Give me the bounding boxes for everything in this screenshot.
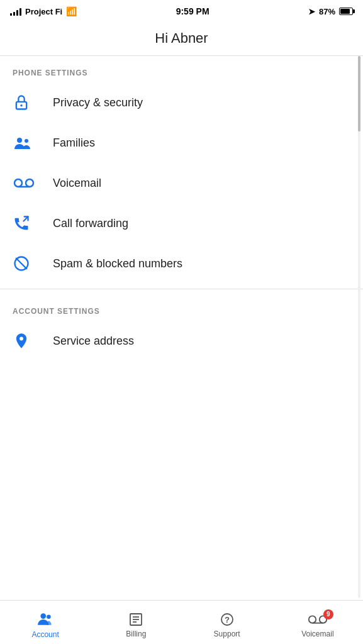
svg-point-11 <box>41 613 47 619</box>
menu-item-families[interactable]: Families <box>0 123 363 163</box>
call-forwarding-label: Call forwarding <box>53 217 128 230</box>
nav-account-label: Account <box>31 630 59 639</box>
menu-item-spam[interactable]: Spam & blocked numbers <box>0 243 363 284</box>
nav-voicemail[interactable]: 9 Voicemail <box>272 601 363 644</box>
nav-voicemail-label: Voicemail <box>301 630 333 638</box>
service-address-label: Service address <box>53 335 134 348</box>
status-left: Project Fi 📶 <box>10 6 77 16</box>
voicemail-icon <box>13 175 43 191</box>
nav-support-label: Support <box>214 630 240 638</box>
page-title: Hi Abner <box>0 30 363 47</box>
svg-point-2 <box>17 138 22 143</box>
support-nav-icon: ? <box>220 612 235 627</box>
menu-item-call-forwarding[interactable]: Call forwarding <box>0 203 363 243</box>
carrier-label: Project Fi <box>25 7 62 16</box>
status-right: ➤ 87% <box>308 7 353 16</box>
wifi-icon: 📶 <box>66 6 77 16</box>
clock: 9:59 PM <box>176 6 209 16</box>
svg-point-1 <box>20 104 23 107</box>
privacy-label: Privacy & security <box>53 96 143 109</box>
voicemail-nav-icon: 9 <box>307 612 328 627</box>
signal-icon <box>10 7 21 16</box>
settings-divider <box>0 289 363 289</box>
svg-text:?: ? <box>225 615 230 625</box>
families-icon <box>13 134 43 152</box>
svg-point-12 <box>47 614 51 619</box>
voicemail-badge: 9 <box>323 609 333 619</box>
svg-point-5 <box>26 179 33 187</box>
scroll-thumb <box>358 56 360 131</box>
battery-icon <box>339 8 353 15</box>
phone-settings-header: PHONE SETTINGS <box>0 56 363 82</box>
menu-item-service-address[interactable]: Service address <box>0 321 363 361</box>
account-nav-icon <box>37 611 53 628</box>
menu-item-privacy[interactable]: Privacy & security <box>0 82 363 123</box>
lock-icon <box>13 94 43 111</box>
families-label: Families <box>53 136 95 150</box>
account-settings-header: ACCOUNT SETTINGS <box>0 294 363 321</box>
svg-point-4 <box>14 179 22 187</box>
bottom-nav: Account Billing ? Support <box>0 600 363 644</box>
location-icon: ➤ <box>308 7 315 16</box>
spam-label: Spam & blocked numbers <box>53 257 182 270</box>
scroll-track <box>358 56 360 598</box>
block-icon <box>13 255 43 272</box>
menu-item-voicemail[interactable]: Voicemail <box>0 163 363 203</box>
svg-point-3 <box>25 139 28 143</box>
nav-support[interactable]: ? Support <box>182 601 272 644</box>
billing-nav-icon <box>128 612 143 627</box>
nav-account[interactable]: Account <box>0 601 91 644</box>
call-forward-icon <box>13 214 43 232</box>
nav-billing[interactable]: Billing <box>91 601 181 644</box>
svg-point-19 <box>309 616 316 623</box>
location-pin-icon <box>13 332 43 350</box>
battery-percent: 87% <box>319 7 335 16</box>
svg-line-9 <box>16 258 26 269</box>
status-bar: Project Fi 📶 9:59 PM ➤ 87% <box>0 0 363 23</box>
page-header: Hi Abner <box>0 23 363 56</box>
nav-billing-label: Billing <box>126 630 146 638</box>
scroll-area: PHONE SETTINGS Privacy & security Famili… <box>0 56 363 598</box>
voicemail-label: Voicemail <box>53 177 101 190</box>
svg-point-10 <box>20 337 23 341</box>
